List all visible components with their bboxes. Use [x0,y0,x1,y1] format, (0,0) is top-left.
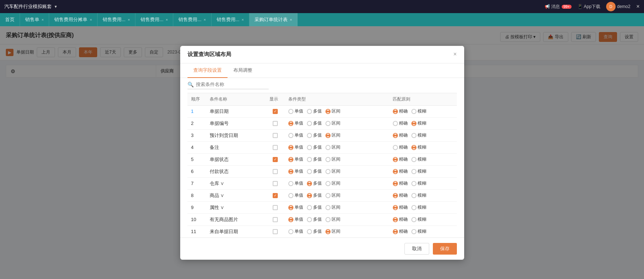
tab-3-close[interactable]: × [128,17,130,22]
type-radio-item[interactable]: 单值 [288,168,303,174]
tab-purchase[interactable]: 采购订单统计表 × [249,13,297,26]
tab-home[interactable]: 首页 [0,13,20,26]
tab-4-close[interactable]: × [166,17,168,22]
type-radio-item[interactable]: 区间 [325,132,340,138]
match-radio-item[interactable]: 精确 [393,192,408,199]
match-radio-item[interactable]: 精确 [393,228,408,235]
display-checkbox[interactable] [273,121,278,126]
user-area[interactable]: D demo2 [606,2,631,11]
cell-display[interactable] [266,141,284,153]
tab-purchase-close[interactable]: × [290,17,292,22]
type-radio-item[interactable]: 区间 [325,120,340,126]
type-radio-item[interactable]: 多值 [307,108,322,114]
cell-display[interactable] [266,201,284,213]
type-radio-item[interactable]: 单值 [288,144,303,150]
app-download-btn[interactable]: 📱 App下载 [577,4,600,10]
type-radio-item[interactable]: 单值 [288,204,303,211]
match-radio-item[interactable]: 精确 [393,132,408,138]
match-radio-item[interactable]: 精确 [393,120,408,126]
cell-display[interactable] [266,225,284,237]
type-radio-item[interactable]: 单值 [288,108,303,114]
tab-field-settings[interactable]: 查询字段设置 [187,63,228,78]
cell-display[interactable] [266,129,284,141]
display-checkbox[interactable]: ✓ [273,109,278,114]
tab-layout-adjust[interactable]: 布局调整 [228,63,258,78]
type-radio-item[interactable]: 多值 [307,192,322,199]
type-radio-item[interactable]: 区间 [325,180,340,186]
save-btn[interactable]: 保存 [433,243,457,255]
match-radio-item[interactable]: 模糊 [411,204,426,211]
tab-4[interactable]: 销售费用... × [135,13,173,26]
brand-dropdown-icon[interactable]: ▾ [55,4,57,9]
type-radio-item[interactable]: 多值 [307,180,322,186]
display-checkbox[interactable] [273,229,278,234]
match-radio-item[interactable]: 模糊 [411,192,426,199]
tab-sales-order-close[interactable]: × [42,17,44,22]
display-checkbox[interactable] [273,145,278,150]
match-radio-item[interactable]: 精确 [393,156,408,162]
tab-3[interactable]: 销售费用... × [98,13,135,26]
tab-sales-order[interactable]: 销售单 × [20,13,49,26]
type-radio-item[interactable]: 单值 [288,156,303,162]
type-radio-item[interactable]: 单值 [288,216,303,223]
cell-display[interactable] [266,213,284,225]
match-radio-item[interactable]: 模糊 [411,108,426,114]
cell-display[interactable] [266,165,284,177]
type-radio-item[interactable]: 单值 [288,228,303,235]
tab-5[interactable]: 销售费用... × [173,13,211,26]
match-radio-item[interactable]: 精确 [393,204,408,211]
type-radio-item[interactable]: 多值 [307,120,322,126]
type-radio-item[interactable]: 区间 [325,144,340,150]
cell-display[interactable] [266,117,284,129]
match-radio-item[interactable]: 模糊 [411,156,426,162]
match-radio-item[interactable]: 精确 [393,144,408,150]
display-checkbox[interactable]: ✓ [273,193,278,198]
match-radio-item[interactable]: 模糊 [411,216,426,223]
type-radio-item[interactable]: 区间 [325,168,340,174]
cancel-btn[interactable]: 取消 [404,243,429,255]
type-radio-item[interactable]: 区间 [325,204,340,211]
type-radio-item[interactable]: 区间 [325,108,340,114]
window-close-btn[interactable]: × [636,3,640,10]
type-radio-item[interactable]: 单值 [288,180,303,186]
type-radio-item[interactable]: 单值 [288,192,303,199]
match-radio-item[interactable]: 模糊 [411,168,426,174]
type-radio-item[interactable]: 区间 [325,156,340,162]
display-checkbox[interactable] [273,217,278,222]
display-checkbox[interactable]: ✓ [273,157,278,162]
match-radio-item[interactable]: 精确 [393,216,408,223]
tab-sales-expense-close[interactable]: × [90,17,92,22]
type-radio-item[interactable]: 多值 [307,216,322,223]
type-radio-item[interactable]: 多值 [307,168,322,174]
type-radio-item[interactable]: 区间 [325,228,340,235]
cell-display[interactable]: ✓ [266,105,284,117]
match-radio-item[interactable]: 模糊 [411,120,426,126]
search-input[interactable] [196,82,269,87]
type-radio-item[interactable]: 单值 [288,132,303,138]
match-radio-item[interactable]: 模糊 [411,228,426,235]
match-radio-item[interactable]: 模糊 [411,144,426,150]
type-radio-item[interactable]: 多值 [307,204,322,211]
type-radio-item[interactable]: 多值 [307,144,322,150]
display-checkbox[interactable] [273,133,278,138]
match-radio-item[interactable]: 精确 [393,180,408,186]
display-checkbox[interactable] [273,205,278,210]
type-radio-item[interactable]: 多值 [307,228,322,235]
tab-sales-expense[interactable]: 销售费用分摊单 × [49,13,97,26]
type-radio-item[interactable]: 区间 [325,216,340,223]
modal-close-btn[interactable]: × [453,51,457,58]
display-checkbox[interactable] [273,169,278,174]
cell-display[interactable]: ✓ [266,189,284,201]
cell-display[interactable] [266,177,284,189]
type-radio-item[interactable]: 单值 [288,120,303,126]
type-radio-item[interactable]: 多值 [307,132,322,138]
tab-6[interactable]: 销售费用... × [212,13,249,26]
tab-6-close[interactable]: × [242,17,244,22]
match-radio-item[interactable]: 精确 [393,168,408,174]
cell-display[interactable]: ✓ [266,153,284,165]
display-checkbox[interactable] [273,181,278,186]
match-radio-item[interactable]: 精确 [393,108,408,114]
match-radio-item[interactable]: 模糊 [411,132,426,138]
notification-btn[interactable]: 📢 消息 99+ [545,4,572,10]
tab-5-close[interactable]: × [204,17,206,22]
